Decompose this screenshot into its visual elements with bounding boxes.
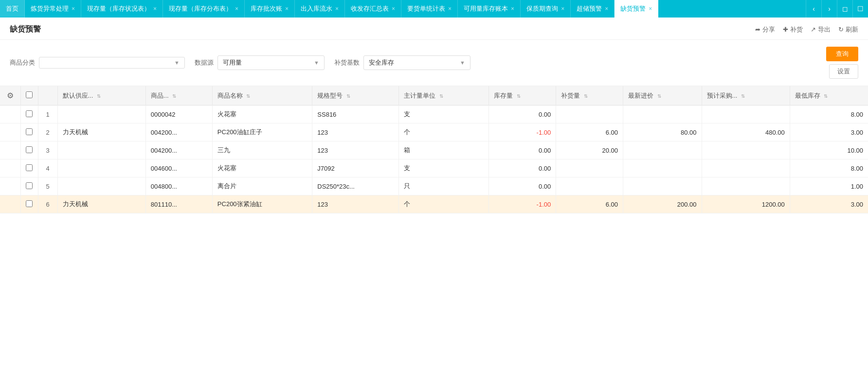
row-supplier-4 [57, 177, 145, 195]
nav-item-batch[interactable]: 库存批次账 × [245, 0, 295, 18]
row-spec-0: SS816 [312, 106, 399, 123]
close-icon-overstock[interactable]: × [605, 5, 608, 12]
page-header: 缺货预警 ➦ 分享 ✚ 补货 ↗ 导出 ↻ 刷新 [0, 18, 868, 40]
row-min-stock-0: 8.00 [790, 106, 868, 123]
th-product-name[interactable]: 商品名称 ⇅ [212, 86, 312, 106]
close-icon-batch[interactable]: × [285, 5, 289, 12]
row-unit-2: 箱 [399, 141, 489, 159]
nav-label-batch: 库存批次账 [251, 4, 282, 13]
query-button[interactable]: 查询 [826, 47, 858, 61]
replenish-button[interactable]: ✚ 补货 [783, 25, 803, 34]
nav-next-button[interactable]: › [821, 0, 837, 18]
table-row: 1 0000042 火花塞 SS816 支 0.00 8.00 [0, 106, 868, 123]
row-gear-4 [0, 177, 20, 195]
close-icon-shortage[interactable]: × [649, 5, 652, 12]
close-icon-expiry[interactable]: × [561, 5, 564, 12]
nav-item-expiry[interactable]: 保质期查询 × [521, 0, 571, 18]
row-min-stock-1: 3.00 [790, 123, 868, 141]
refresh-button[interactable]: ↻ 刷新 [838, 25, 858, 34]
filter-actions: 查询 设置 [826, 47, 858, 79]
row-checkbox-1[interactable] [26, 128, 33, 135]
main-content: 缺货预警 ➦ 分享 ✚ 补货 ↗ 导出 ↻ 刷新 商品分类 [0, 18, 868, 387]
close-icon-stock-dist[interactable]: × [235, 5, 238, 12]
th-min-stock[interactable]: 最低库存 ⇅ [790, 86, 868, 106]
datasource-chevron-icon: ▼ [314, 60, 319, 66]
settings-button[interactable]: 设置 [829, 64, 858, 79]
table-row: 3 004200... 三九 123 箱 0.00 20.00 10.00 [0, 141, 868, 159]
window-maximize-button[interactable]: ☐ [852, 0, 868, 18]
nav-item-home[interactable]: 首页 [0, 0, 25, 18]
row-code-1: 004200... [145, 123, 212, 141]
nav-item-inout[interactable]: 出入库流水 × [295, 0, 345, 18]
datasource-label: 数据源 [195, 58, 214, 67]
nav-item-recv[interactable]: 收发存汇总表 × [345, 0, 401, 18]
th-default-supplier-label: 默认供应... [63, 92, 93, 99]
nav-item-shortage[interactable]: 缺货预警 × [615, 0, 658, 18]
th-unit[interactable]: 主计量单位 ⇅ [399, 86, 489, 106]
row-checkbox-cell-1[interactable] [20, 123, 38, 141]
row-latest-price-2 [623, 141, 702, 159]
row-est-purchase-2 [702, 141, 790, 159]
nav-label-stock-dist: 现存量（库存分布表） [169, 4, 232, 13]
row-name-3: 火花塞 [212, 159, 312, 177]
th-unit-label: 主计量单位 [404, 92, 435, 99]
sort-icon-price: ⇅ [657, 93, 661, 99]
select-all-checkbox[interactable] [26, 91, 33, 98]
th-spec[interactable]: 规格型号 ⇅ [312, 86, 399, 106]
th-replenish-qty[interactable]: 补货量 ⇅ [556, 86, 623, 106]
close-icon-inout[interactable]: × [335, 5, 339, 12]
close-icon-abnormal[interactable]: × [72, 5, 75, 12]
row-checkbox-5[interactable] [26, 200, 33, 207]
nav-label-order-stat: 要货单统计表 [407, 4, 445, 13]
nav-bar: 首页 炼货异常处理 × 现存量（库存状况表） × 现存量（库存分布表） × 库存… [0, 0, 868, 18]
row-spec-5: 123 [312, 195, 399, 213]
th-stock-qty[interactable]: 库存量 ⇅ [489, 86, 556, 106]
nav-item-stock-dist[interactable]: 现存量（库存分布表） × [163, 0, 245, 18]
row-checkbox-cell-4[interactable] [20, 177, 38, 195]
close-icon-stock-status[interactable]: × [153, 5, 157, 12]
filter-replenish-group: 补货基数 安全库存 ▼ [334, 55, 470, 70]
header-actions: ➦ 分享 ✚ 补货 ↗ 导出 ↻ 刷新 [755, 25, 858, 34]
nav-label-abnormal: 炼货异常处理 [31, 4, 69, 13]
row-supplier-1: 力天机械 [57, 123, 145, 141]
nav-item-abnormal[interactable]: 炼货异常处理 × [25, 0, 81, 18]
row-checkbox-2[interactable] [26, 146, 33, 153]
row-unit-1: 个 [399, 123, 489, 141]
row-checkbox-0[interactable] [26, 110, 33, 117]
th-product-code[interactable]: 商品... ⇅ [145, 86, 212, 106]
row-checkbox-cell-5[interactable] [20, 195, 38, 213]
datasource-value: 可用量 [223, 58, 242, 67]
row-checkbox-4[interactable] [26, 182, 33, 189]
th-est-purchase[interactable]: 预计采购... ⇅ [702, 86, 790, 106]
close-icon-available[interactable]: × [511, 5, 514, 12]
nav-prev-button[interactable]: ‹ [806, 0, 821, 18]
row-index-3: 4 [38, 159, 57, 177]
close-icon-order-stat[interactable]: × [448, 5, 452, 12]
nav-item-order-stat[interactable]: 要货单统计表 × [401, 0, 458, 18]
category-select[interactable]: ▼ [39, 57, 185, 69]
close-icon-recv[interactable]: × [392, 5, 395, 12]
row-checkbox-cell-3[interactable] [20, 159, 38, 177]
nav-item-stock-status[interactable]: 现存量（库存状况表） × [81, 0, 163, 18]
export-button[interactable]: ↗ 导出 [811, 25, 831, 34]
table-header-row: ⚙ 默认供应... ⇅ 商品... ⇅ 商品名称 [0, 86, 868, 106]
share-button[interactable]: ➦ 分享 [755, 25, 775, 34]
row-replenish-qty-5: 6.00 [556, 195, 623, 213]
row-checkbox-3[interactable] [26, 164, 33, 171]
export-label: 导出 [818, 25, 831, 34]
row-checkbox-cell-0[interactable] [20, 106, 38, 123]
window-restore-button[interactable]: ◻ [837, 0, 852, 18]
gear-icon[interactable]: ⚙ [7, 91, 14, 100]
nav-item-available[interactable]: 可用量库存账本 × [458, 0, 521, 18]
nav-item-overstock[interactable]: 超储预警 × [571, 0, 615, 18]
nav-label-home: 首页 [6, 4, 18, 13]
replenish-base-select[interactable]: 安全库存 ▼ [363, 55, 470, 70]
th-gear[interactable]: ⚙ [0, 86, 20, 106]
datasource-select[interactable]: 可用量 ▼ [217, 55, 325, 70]
table-body: 1 0000042 火花塞 SS816 支 0.00 8.00 2 力天机械 0… [0, 106, 868, 213]
row-gear-5 [0, 195, 20, 213]
th-default-supplier[interactable]: 默认供应... ⇅ [57, 86, 145, 106]
th-latest-price[interactable]: 最新进价 ⇅ [623, 86, 702, 106]
category-label: 商品分类 [10, 58, 35, 67]
row-checkbox-cell-2[interactable] [20, 141, 38, 159]
